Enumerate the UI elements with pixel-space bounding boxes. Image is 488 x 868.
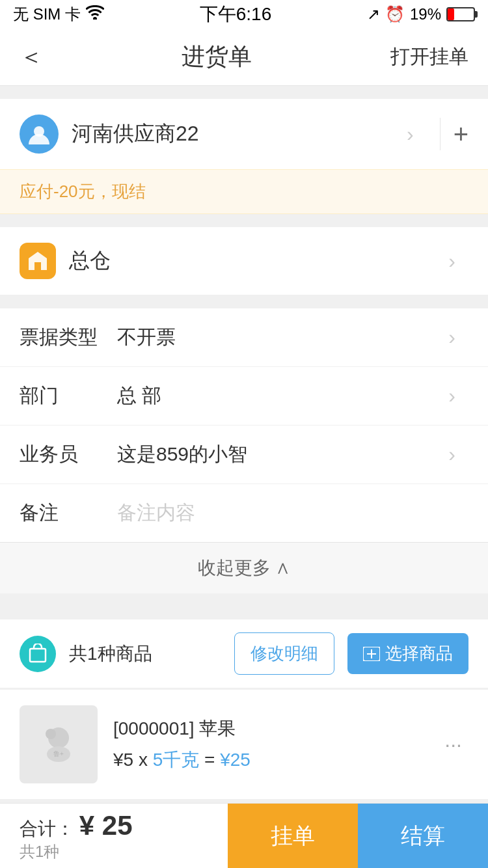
invoice-type-chevron-icon: › (448, 325, 455, 349)
products-header: 共1种商品 修改明细 选择商品 (0, 619, 488, 688)
select-product-button[interactable]: 选择商品 (347, 633, 468, 674)
salesperson-chevron-icon: › (448, 442, 455, 467)
supplier-row[interactable]: 河南供应商22 › + (0, 99, 488, 169)
price-total: ¥25 (220, 750, 251, 770)
department-row[interactable]: 部门 总 部 › (0, 366, 488, 425)
divider-3 (0, 295, 488, 308)
svg-rect-2 (30, 649, 46, 662)
alert-banner: 应付-20元，现结 (0, 169, 488, 214)
remark-label: 备注 (20, 500, 98, 526)
products-count-label: 共1种商品 (69, 642, 221, 666)
vertical-divider (440, 118, 441, 150)
invoice-type-row[interactable]: 票据类型 不开票 › (0, 308, 488, 366)
status-left: 无 SIM 卡 (13, 4, 104, 25)
price-multiply: x (139, 750, 153, 770)
product-price: ¥5 x 5千克 = ¥25 (113, 748, 438, 772)
page-title: 进货单 (182, 41, 252, 73)
location-icon: ↗ (367, 5, 380, 23)
warehouse-icon (20, 243, 56, 279)
edit-detail-button[interactable]: 修改明细 (234, 632, 334, 675)
settle-button[interactable]: 结算 (358, 804, 488, 868)
status-bar: 无 SIM 卡 下午6:16 ↗ ⏰ 19% (0, 0, 488, 29)
footer-total: 合计： ¥ 25 共1种 (0, 810, 228, 862)
wifi-icon (86, 5, 104, 23)
svg-rect-1 (34, 262, 41, 270)
product-code: [0000001] (113, 718, 195, 739)
supplier-section: 河南供应商22 › + 应付-20元，现结 (0, 99, 488, 214)
product-more-icon[interactable]: ··· (438, 733, 468, 757)
status-time: 下午6:16 (200, 2, 272, 27)
alarm-icon: ⏰ (385, 5, 405, 23)
salesperson-row[interactable]: 业务员 这是859的小智 › (0, 425, 488, 483)
status-right: ↗ ⏰ 19% (367, 5, 475, 23)
supplier-avatar (20, 115, 59, 154)
salesperson-value: 这是859的小智 (98, 441, 448, 468)
svg-point-7 (46, 729, 56, 739)
product-name: [0000001] 苹果 (113, 716, 438, 741)
department-value: 总 部 (98, 383, 448, 409)
warehouse-chevron-icon: › (448, 249, 455, 273)
warehouse-row[interactable]: 总仓 › (0, 227, 488, 295)
total-label: 合计： (20, 819, 74, 839)
total-count: 共1种 (20, 841, 208, 862)
remark-input[interactable]: 备注内容 (98, 500, 468, 526)
supplier-chevron-icon: › (407, 122, 414, 146)
supplier-name: 河南供应商22 (72, 120, 407, 148)
svg-text:鲁+: 鲁+ (53, 750, 64, 757)
product-item: 鲁+ [0000001] 苹果 ¥5 x 5千克 = ¥25 ··· (0, 689, 488, 799)
warehouse-name: 总仓 (69, 247, 448, 275)
collapse-button[interactable]: 收起更多 ∧ (0, 542, 488, 593)
divider-4 (0, 593, 488, 606)
department-label: 部门 (20, 383, 98, 409)
battery-percent: 19% (410, 5, 441, 23)
price-qty: 5千克 (153, 750, 200, 770)
open-pending-button[interactable]: 打开挂单 (390, 44, 468, 70)
battery-icon (446, 7, 475, 21)
price-equals: = (204, 750, 220, 770)
select-product-label: 选择商品 (385, 642, 453, 665)
department-chevron-icon: › (448, 384, 455, 408)
footer: 合计： ¥ 25 共1种 挂单 结算 (0, 803, 488, 868)
product-name-text: 苹果 (199, 718, 236, 739)
pending-button[interactable]: 挂单 (228, 804, 358, 868)
total-amount: ¥ 25 (79, 810, 133, 841)
divider-2 (0, 214, 488, 227)
invoice-type-value: 不开票 (98, 324, 448, 351)
add-supplier-icon[interactable]: + (454, 120, 468, 149)
back-button[interactable]: ＜ (20, 41, 43, 73)
divider-1 (0, 86, 488, 99)
form-section: 票据类型 不开票 › 部门 总 部 › 业务员 这是859的小智 › 备注 备注… (0, 308, 488, 542)
remark-row[interactable]: 备注 备注内容 (0, 483, 488, 542)
footer-total-row: 合计： ¥ 25 (20, 810, 208, 841)
carrier-label: 无 SIM 卡 (13, 4, 81, 25)
nav-bar: ＜ 进货单 打开挂单 (0, 29, 488, 86)
salesperson-label: 业务员 (20, 441, 98, 468)
products-icon (20, 636, 56, 672)
product-info: [0000001] 苹果 ¥5 x 5千克 = ¥25 (113, 716, 438, 772)
warehouse-section: 总仓 › (0, 227, 488, 295)
product-thumbnail: 鲁+ (20, 705, 98, 783)
price-unit: ¥5 (113, 750, 133, 770)
invoice-type-label: 票据类型 (20, 324, 98, 351)
